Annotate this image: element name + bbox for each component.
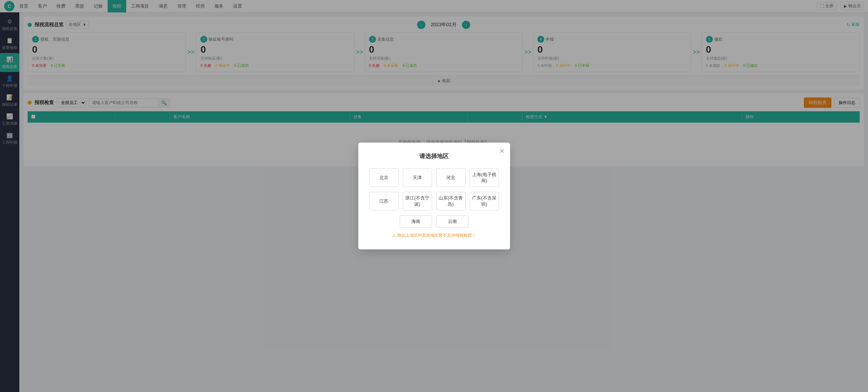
region-select-modal: ✕ 请选择地区 北京 天津 河北 上海(电子税局) 江苏 浙江(不含宁波) 山东… bbox=[358, 143, 510, 249]
region-buttons-row3: 海南 云南 bbox=[400, 215, 469, 228]
region-zhejiang[interactable]: 浙江(不含宁波) bbox=[403, 192, 432, 210]
region-hebei[interactable]: 河北 bbox=[436, 168, 466, 187]
modal-close-button[interactable]: ✕ bbox=[499, 147, 505, 155]
region-jiangsu[interactable]: 江苏 bbox=[369, 192, 399, 210]
modal-title: 请选择地区 bbox=[369, 152, 499, 160]
region-beijing[interactable]: 北京 bbox=[369, 168, 399, 187]
modal-warning: ⚠ 除以上地区外其他地区暂不支持报税检查！ bbox=[369, 233, 499, 238]
region-guangdong[interactable]: 广东(不含深圳) bbox=[470, 192, 499, 210]
region-hainan[interactable]: 海南 bbox=[400, 215, 432, 228]
region-buttons-row1: 北京 天津 河北 上海(电子税局) bbox=[369, 168, 499, 187]
region-shanghai[interactable]: 上海(电子税局) bbox=[470, 168, 499, 187]
modal-overlay[interactable]: ✕ 请选择地区 北京 天津 河北 上海(电子税局) 江苏 浙江(不含宁波) 山东… bbox=[0, 0, 868, 392]
region-tianjin[interactable]: 天津 bbox=[403, 168, 432, 187]
warning-text: 除以上地区外其他地区暂不支持报税检查！ bbox=[397, 233, 476, 238]
region-yunnan[interactable]: 云南 bbox=[436, 215, 469, 228]
region-buttons-row2: 江苏 浙江(不含宁波) 山东(不含青岛) 广东(不含深圳) bbox=[369, 192, 499, 210]
region-shandong[interactable]: 山东(不含青岛) bbox=[436, 192, 466, 210]
warning-icon: ⚠ bbox=[392, 233, 396, 238]
